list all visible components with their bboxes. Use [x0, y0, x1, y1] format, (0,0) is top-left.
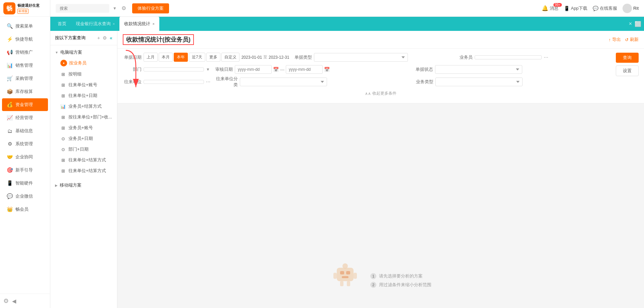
scheme-item-salesperson-settlement[interactable]: 📊 业务员+结算方式: [50, 101, 117, 112]
partner-input[interactable]: [144, 80, 204, 84]
sidebar-item-purchase[interactable]: 🛒 采购管理: [2, 72, 48, 85]
sidebar-item-wechat[interactable]: 💬 企业微信: [2, 190, 48, 203]
scheme-item-by-salesperson[interactable]: ● 按业务员: [50, 57, 117, 69]
desktop-section: ▼ 电脑端方案 ● 按业务员 ⊞ 按明细 ⊞ 往来单位+账号: [50, 45, 117, 178]
voucher-status-select[interactable]: [435, 65, 522, 74]
sidebar-item-system[interactable]: ⚙ 系统管理: [2, 138, 48, 150]
trial-btn[interactable]: 体验行业方案: [132, 3, 169, 13]
calendar-icon2[interactable]: 📅: [324, 67, 330, 72]
partner-category-select-wrapper: [240, 78, 327, 86]
partner-filter: 往来单位 ···: [123, 79, 210, 85]
collapse-chevron-icon: ∧∧: [365, 91, 371, 96]
topbar-chevron-icon[interactable]: ▼: [113, 6, 117, 11]
date-btn-last-month[interactable]: 上月: [144, 53, 158, 62]
query-btn[interactable]: 查询: [616, 53, 639, 63]
salesperson-input[interactable]: [475, 55, 542, 59]
bell-icon: 🔔: [542, 5, 548, 11]
date-btn-this-month[interactable]: 本月: [159, 53, 173, 62]
grid-icon2: ⊞: [60, 82, 66, 88]
date-btn-7days[interactable]: 近7天: [189, 53, 205, 62]
grid-icon3: ⊞: [60, 93, 66, 98]
export-btn[interactable]: ↑ 导出: [609, 37, 621, 43]
sidebar-nav: 🔍 搜索菜单 ⚡ 快捷导航 📢 营销推广 📊 销售管理 🛒 采购管理 📦 库存核…: [0, 17, 50, 294]
date-btn-more[interactable]: 更多: [206, 53, 220, 62]
tip-number-1: 1: [370, 273, 376, 279]
audit-date-range: 📅 — 📅: [235, 65, 330, 74]
voucher-type-select[interactable]: [314, 53, 408, 62]
sidebar-item-guide[interactable]: 🎯 新手引导: [2, 164, 48, 176]
salesperson-more-icon[interactable]: ···: [544, 54, 548, 60]
business-type-label: 业务类型: [415, 79, 433, 85]
scheme-item-partner-account[interactable]: ⊞ 往来单位+账号: [50, 80, 117, 90]
window-close-btn[interactable]: ×: [629, 21, 632, 27]
mobile-section-title[interactable]: ▶ 移动端方案: [50, 180, 117, 190]
tip-item-1: 1 请先选择要分析的方案: [370, 273, 431, 279]
desktop-section-title[interactable]: ▼ 电脑端方案: [50, 47, 117, 57]
audit-date-start[interactable]: [235, 65, 272, 74]
topbar-search-input[interactable]: [56, 4, 109, 13]
enterprise-icon: 🤝: [7, 154, 13, 160]
setting-btn[interactable]: 设置: [616, 65, 639, 76]
tab-home[interactable]: 首页: [53, 17, 71, 31]
partner-more-icon[interactable]: ···: [206, 79, 210, 85]
svg-rect-3: [342, 276, 348, 278]
scheme-item-partner-settlement1[interactable]: ⊞ 往来单位+结算方式: [50, 155, 117, 165]
sidebar-item-search-menu[interactable]: 🔍 搜索菜单: [2, 20, 48, 33]
voucher-type-label: 单据类型: [293, 54, 312, 60]
date-btn-custom[interactable]: 自定义: [221, 53, 239, 62]
scheme-settings-btn[interactable]: ⚙: [103, 35, 107, 41]
scheme-item-partner-date[interactable]: ⊞ 往来单位+日期: [50, 90, 117, 101]
filter-row-1: 单据日期 上月 本月 本年 近7天 更多 自定义: [123, 53, 610, 62]
empty-tips: 1 请先选择要分析的方案 2 用过滤条件来缩小分析范围: [370, 273, 431, 288]
collapse-panel-btn[interactable]: «: [110, 35, 112, 41]
audit-date-end[interactable]: [286, 65, 323, 74]
tab-bank-flow[interactable]: 现金银行流水查询 ×: [71, 17, 119, 31]
footer-settings-icon[interactable]: ⚙: [3, 297, 9, 305]
partner-category-select[interactable]: [240, 78, 327, 86]
business-type-select[interactable]: [435, 78, 523, 86]
sidebar-item-operation[interactable]: 📈 经营管理: [2, 111, 48, 124]
sidebar-item-inventory[interactable]: 📦 库存核算: [2, 85, 48, 98]
window-max-btn[interactable]: ⬜: [635, 21, 641, 27]
notifications-btn[interactable]: 🔔 消息 99+: [542, 5, 558, 11]
footer-collapse-icon[interactable]: ◀: [12, 298, 16, 304]
sidebar-item-quick-nav[interactable]: ⚡ 快捷导航: [2, 33, 48, 46]
tab-receipt-stats[interactable]: 收款情况统计 ×: [119, 17, 159, 31]
dept-chevron-icon[interactable]: ▼: [206, 67, 210, 72]
user-profile[interactable]: Rit: [623, 4, 639, 13]
sidebar-item-basic-info[interactable]: 🗂 基础信息: [2, 124, 48, 137]
scheme-tree: ▼ 电脑端方案 ● 按业务员 ⊞ 按明细 ⊞ 往来单位+账号: [50, 45, 117, 308]
scheme-item-dept-date[interactable]: ⊙ 部门+日期: [50, 144, 117, 155]
date-quick-buttons: 上月 本月 本年 近7天 更多 自定义: [144, 53, 239, 62]
app-download-btn[interactable]: 📱 App下载: [564, 5, 587, 11]
scheme-item-partner-settlement2[interactable]: ⊞ 往来单位+结算方式: [50, 165, 117, 176]
online-service-btn[interactable]: 💬 在线客服: [593, 5, 617, 11]
calendar-icon[interactable]: 📅: [273, 67, 279, 72]
tab-close-icon[interactable]: ×: [113, 22, 115, 26]
date-range-display: 2023-01-01 至 2023-12-31: [241, 54, 289, 60]
sidebar-item-member[interactable]: 👑 畅会员: [2, 203, 48, 216]
sidebar-item-hardware[interactable]: 📱 智能硬件: [2, 177, 48, 190]
sidebar-item-sales[interactable]: 📊 销售管理: [2, 59, 48, 72]
scheme-item-salesperson-account[interactable]: ⊞ 业务员+账号: [50, 122, 117, 133]
search-icon: 🔍: [7, 23, 13, 29]
collapse-filter-btn[interactable]: ∧∧ 收起更多条件: [123, 88, 639, 99]
date-btn-this-year[interactable]: 本年: [174, 53, 188, 62]
refresh-btn[interactable]: ↺ 刷新: [625, 37, 639, 43]
sidebar-item-marketing[interactable]: 📢 营销推广: [2, 46, 48, 59]
grid-icon4: ⊞: [60, 114, 66, 120]
sidebar-item-finance[interactable]: 💰 资金管理: [2, 98, 48, 111]
scheme-item-salesperson-date[interactable]: ⊙ 业务员+日期: [50, 133, 117, 144]
left-panel-title: 按以下方案查询: [55, 35, 86, 41]
topbar-gear-icon[interactable]: ⚙: [121, 5, 126, 11]
grid-icon: ⊞: [60, 71, 66, 77]
hardware-icon: 📱: [7, 180, 13, 186]
sidebar-item-enterprise[interactable]: 🤝 企业协同: [2, 151, 48, 163]
topbar-right: 🔔 消息 99+ 📱 App下载 💬 在线客服 Rit: [542, 4, 639, 13]
add-scheme-btn[interactable]: +: [97, 35, 100, 41]
tab-receipt-close-icon[interactable]: ×: [152, 22, 154, 26]
arrow-right-icon: ▶: [55, 184, 58, 187]
scheme-item-partner-dept[interactable]: ⊞ 按往来单位+部门+收...: [50, 112, 117, 122]
dept-input[interactable]: [144, 67, 204, 71]
scheme-item-by-detail[interactable]: ⊞ 按明细: [50, 69, 117, 80]
